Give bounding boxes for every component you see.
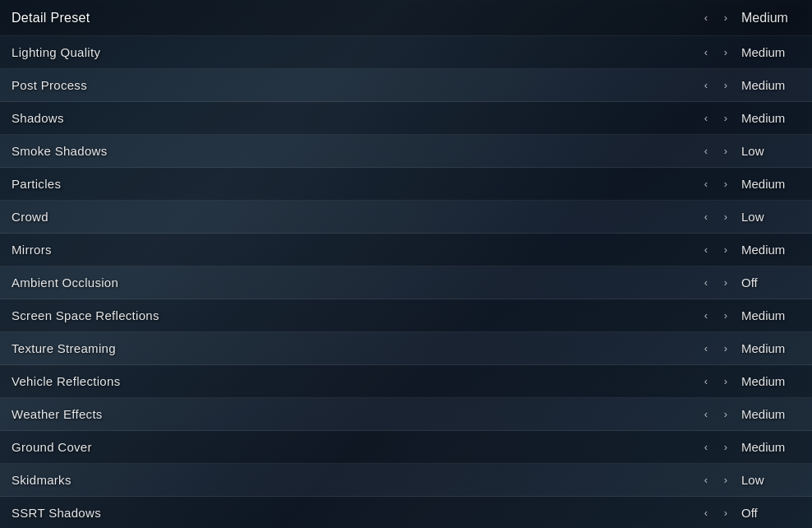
setting-row-weather-effects[interactable]: Weather Effects ‹ › Medium bbox=[0, 398, 812, 431]
setting-row-particles[interactable]: Particles ‹ › Medium bbox=[0, 168, 812, 201]
setting-right-arrow-ssrt-shadows[interactable]: › bbox=[718, 506, 733, 521]
setting-right-arrow-post-process[interactable]: › bbox=[718, 78, 733, 93]
setting-value-skidmarks: Low bbox=[741, 473, 799, 487]
setting-label-post-process: Post Process bbox=[12, 78, 87, 92]
setting-label-crowd: Crowd bbox=[12, 210, 48, 224]
setting-row-vehicle-reflections[interactable]: Vehicle Reflections ‹ › Medium bbox=[0, 365, 812, 398]
setting-value-ambient-occlusion: Off bbox=[741, 276, 799, 289]
setting-control-mirrors: ‹ › Medium bbox=[699, 243, 799, 257]
detail-preset-value: Medium bbox=[741, 11, 799, 25]
setting-row-screen-space-reflections[interactable]: Screen Space Reflections ‹ › Medium bbox=[0, 299, 812, 332]
setting-value-weather-effects: Medium bbox=[741, 407, 799, 421]
setting-value-mirrors: Medium bbox=[741, 243, 799, 257]
setting-control-ambient-occlusion: ‹ › Off bbox=[699, 276, 799, 290]
setting-right-arrow-vehicle-reflections[interactable]: › bbox=[718, 374, 733, 389]
setting-right-arrow-ambient-occlusion[interactable]: › bbox=[718, 276, 733, 290]
setting-control-vehicle-reflections: ‹ › Medium bbox=[699, 374, 799, 389]
setting-control-texture-streaming: ‹ › Medium bbox=[699, 341, 799, 356]
setting-label-vehicle-reflections: Vehicle Reflections bbox=[12, 374, 120, 388]
setting-label-screen-space-reflections: Screen Space Reflections bbox=[12, 308, 159, 322]
setting-row-ground-cover[interactable]: Ground Cover ‹ › Medium bbox=[0, 431, 812, 464]
setting-left-arrow-ssrt-shadows[interactable]: ‹ bbox=[699, 506, 713, 521]
setting-label-weather-effects: Weather Effects bbox=[12, 407, 103, 421]
detail-preset-label: Detail Preset bbox=[12, 11, 90, 25]
setting-label-lighting-quality: Lighting Quality bbox=[12, 45, 100, 59]
setting-left-arrow-shadows[interactable]: ‹ bbox=[699, 111, 713, 126]
setting-label-ssrt-shadows: SSRT Shadows bbox=[12, 506, 101, 520]
setting-right-arrow-smoke-shadows[interactable]: › bbox=[718, 144, 733, 159]
setting-value-smoke-shadows: Low bbox=[741, 144, 799, 158]
setting-left-arrow-smoke-shadows[interactable]: ‹ bbox=[699, 144, 713, 159]
setting-right-arrow-crowd[interactable]: › bbox=[718, 210, 733, 225]
setting-control-post-process: ‹ › Medium bbox=[699, 78, 799, 93]
setting-row-ssrt-shadows[interactable]: SSRT Shadows ‹ › Off bbox=[0, 497, 812, 528]
setting-left-arrow-skidmarks[interactable]: ‹ bbox=[699, 473, 713, 488]
setting-row-lighting-quality[interactable]: Lighting Quality ‹ › Medium bbox=[0, 36, 812, 69]
setting-value-lighting-quality: Medium bbox=[741, 45, 799, 59]
setting-control-skidmarks: ‹ › Low bbox=[699, 473, 799, 488]
setting-row-smoke-shadows[interactable]: Smoke Shadows ‹ › Low bbox=[0, 135, 812, 168]
detail-preset-left-arrow[interactable]: ‹ bbox=[699, 11, 713, 25]
setting-left-arrow-ambient-occlusion[interactable]: ‹ bbox=[699, 276, 713, 290]
setting-left-arrow-screen-space-reflections[interactable]: ‹ bbox=[699, 308, 713, 323]
setting-label-particles: Particles bbox=[12, 177, 61, 191]
setting-value-texture-streaming: Medium bbox=[741, 341, 799, 355]
setting-value-ground-cover: Medium bbox=[741, 440, 799, 454]
setting-label-texture-streaming: Texture Streaming bbox=[12, 341, 116, 355]
setting-label-mirrors: Mirrors bbox=[12, 243, 52, 257]
setting-row-skidmarks[interactable]: Skidmarks ‹ › Low bbox=[0, 464, 812, 497]
setting-value-crowd: Low bbox=[741, 210, 799, 224]
setting-left-arrow-ground-cover[interactable]: ‹ bbox=[699, 440, 713, 455]
setting-value-vehicle-reflections: Medium bbox=[741, 374, 799, 388]
setting-control-ssrt-shadows: ‹ › Off bbox=[699, 506, 799, 521]
setting-left-arrow-post-process[interactable]: ‹ bbox=[699, 78, 713, 93]
setting-control-weather-effects: ‹ › Medium bbox=[699, 407, 799, 422]
setting-right-arrow-weather-effects[interactable]: › bbox=[718, 407, 733, 422]
setting-label-skidmarks: Skidmarks bbox=[12, 473, 72, 487]
setting-left-arrow-particles[interactable]: ‹ bbox=[699, 177, 713, 192]
setting-control-particles: ‹ › Medium bbox=[699, 177, 799, 192]
setting-control-crowd: ‹ › Low bbox=[699, 210, 799, 225]
detail-preset-row[interactable]: Detail Preset ‹ › Medium bbox=[0, 0, 812, 36]
setting-left-arrow-texture-streaming[interactable]: ‹ bbox=[699, 341, 713, 356]
setting-label-ambient-occlusion: Ambient Occlusion bbox=[12, 276, 118, 289]
setting-row-mirrors[interactable]: Mirrors ‹ › Medium bbox=[0, 234, 812, 266]
setting-control-lighting-quality: ‹ › Medium bbox=[699, 45, 799, 60]
setting-row-shadows[interactable]: Shadows ‹ › Medium bbox=[0, 102, 812, 135]
setting-row-crowd[interactable]: Crowd ‹ › Low bbox=[0, 201, 812, 234]
setting-left-arrow-crowd[interactable]: ‹ bbox=[699, 210, 713, 225]
setting-right-arrow-mirrors[interactable]: › bbox=[718, 243, 733, 257]
setting-value-shadows: Medium bbox=[741, 111, 799, 125]
setting-control-screen-space-reflections: ‹ › Medium bbox=[699, 308, 799, 323]
setting-control-ground-cover: ‹ › Medium bbox=[699, 440, 799, 455]
setting-left-arrow-lighting-quality[interactable]: ‹ bbox=[699, 45, 713, 60]
setting-control-shadows: ‹ › Medium bbox=[699, 111, 799, 126]
setting-label-shadows: Shadows bbox=[12, 111, 64, 125]
setting-right-arrow-texture-streaming[interactable]: › bbox=[718, 341, 733, 356]
setting-label-smoke-shadows: Smoke Shadows bbox=[12, 144, 107, 158]
setting-row-post-process[interactable]: Post Process ‹ › Medium bbox=[0, 69, 812, 102]
setting-value-particles: Medium bbox=[741, 177, 799, 191]
detail-preset-control: ‹ › Medium bbox=[699, 11, 799, 25]
setting-value-post-process: Medium bbox=[741, 78, 799, 92]
setting-left-arrow-weather-effects[interactable]: ‹ bbox=[699, 407, 713, 422]
setting-right-arrow-screen-space-reflections[interactable]: › bbox=[718, 308, 733, 323]
setting-value-ssrt-shadows: Off bbox=[741, 506, 799, 520]
setting-right-arrow-ground-cover[interactable]: › bbox=[718, 440, 733, 455]
setting-right-arrow-lighting-quality[interactable]: › bbox=[718, 45, 733, 60]
setting-right-arrow-particles[interactable]: › bbox=[718, 177, 733, 192]
setting-right-arrow-shadows[interactable]: › bbox=[718, 111, 733, 126]
setting-value-screen-space-reflections: Medium bbox=[741, 308, 799, 322]
setting-right-arrow-skidmarks[interactable]: › bbox=[718, 473, 733, 488]
setting-left-arrow-vehicle-reflections[interactable]: ‹ bbox=[699, 374, 713, 389]
setting-row-ambient-occlusion[interactable]: Ambient Occlusion ‹ › Off bbox=[0, 266, 812, 299]
setting-label-ground-cover: Ground Cover bbox=[12, 440, 92, 454]
detail-preset-right-arrow[interactable]: › bbox=[718, 11, 733, 25]
settings-container: Detail Preset ‹ › Medium Lighting Qualit… bbox=[0, 0, 812, 528]
setting-control-smoke-shadows: ‹ › Low bbox=[699, 144, 799, 159]
setting-left-arrow-mirrors[interactable]: ‹ bbox=[699, 243, 713, 257]
setting-row-texture-streaming[interactable]: Texture Streaming ‹ › Medium bbox=[0, 332, 812, 365]
